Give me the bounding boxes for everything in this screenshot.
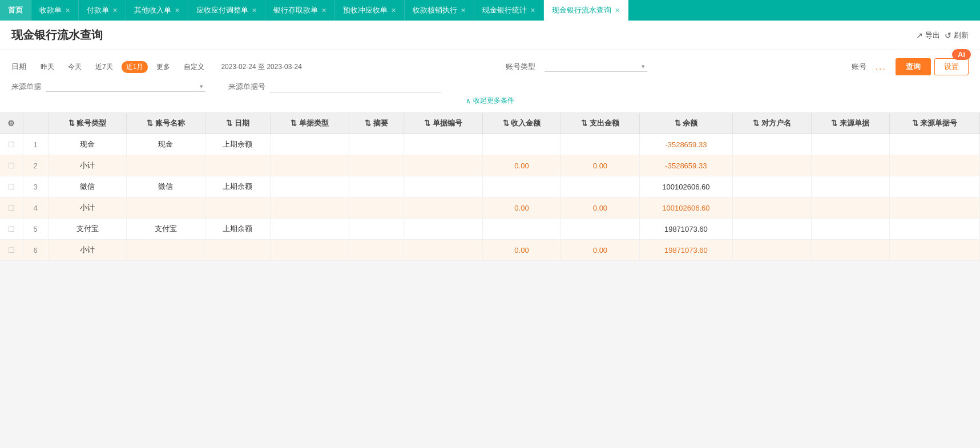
cell-account-type: 支付宝 — [48, 219, 126, 240]
collapse-row: ∧ 收起更多条件 — [11, 92, 969, 107]
cell-expense — [561, 134, 639, 155]
col-doc-type[interactable]: ⇅ 单据类型 — [271, 113, 349, 134]
account-type-select[interactable]: ▾ — [545, 62, 647, 72]
cell-source-doc-no — [889, 240, 979, 261]
nav-home[interactable]: 首页 — [0, 0, 31, 21]
col-expense[interactable]: ⇅ 支出金额 — [561, 113, 639, 134]
date-option-自定义[interactable]: 自定义 — [179, 60, 209, 74]
collapse-button[interactable]: ∧ 收起更多条件 — [466, 96, 514, 106]
table-row: ☐ 2 小计 0.00 0.00 -3528659.33 — [0, 155, 980, 176]
row-number: 5 — [23, 219, 48, 240]
close-icon[interactable]: ✕ — [461, 7, 466, 14]
cell-expense: 0.00 — [561, 155, 639, 176]
cell-account-type: 微信 — [48, 176, 126, 197]
cell-account-type: 小计 — [48, 155, 126, 176]
source-doc-no-input[interactable] — [270, 81, 441, 92]
close-icon[interactable]: ✕ — [252, 7, 257, 14]
col-source-doc-no-label: ⇅ 来源单据号 — [912, 119, 958, 127]
nav-tab-预收冲应收单[interactable]: 预收冲应收单✕ — [335, 0, 405, 21]
col-account-name[interactable]: ⇅ 账号名称 — [127, 113, 205, 134]
export-label: 导出 — [925, 30, 940, 41]
date-option-近1月[interactable]: 近1月 — [122, 61, 148, 73]
nav-tab-收款单[interactable]: 收款单✕ — [31, 0, 79, 21]
cell-date: 上期余额 — [205, 176, 271, 197]
export-button[interactable]: ↗ 导出 — [916, 30, 940, 41]
nav-tab-付款单[interactable]: 付款单✕ — [79, 0, 126, 21]
close-icon[interactable]: ✕ — [391, 7, 396, 14]
nav-tab-现金银行流水查询[interactable]: 现金银行流水查询✕ — [544, 0, 628, 21]
col-source-doc[interactable]: ⇅ 来源单据 — [811, 113, 889, 134]
col-source-doc-label: ⇅ 来源单据 — [831, 119, 869, 127]
table-row: ☐ 4 小计 0.00 0.00 100102606.60 — [0, 197, 980, 219]
col-balance[interactable]: ⇅ 余额 — [639, 113, 732, 134]
col-date[interactable]: ⇅ 日期 — [205, 113, 271, 134]
col-counterpart-label: ⇅ 对方户名 — [753, 119, 791, 127]
topright-actions: ↗ 导出 ↺ 刷新 Ai — [916, 30, 969, 41]
row-checkbox[interactable]: ☐ — [0, 240, 23, 261]
cell-account-name: 支付宝 — [127, 219, 205, 240]
close-icon[interactable]: ✕ — [175, 7, 180, 14]
date-option-更多[interactable]: 更多 — [151, 60, 175, 74]
col-doc-no[interactable]: ⇅ 单据编号 — [404, 113, 482, 134]
row-number: 6 — [23, 240, 48, 261]
col-summary[interactable]: ⇅ 摘要 — [349, 113, 404, 134]
date-option-今天[interactable]: 今天 — [63, 60, 87, 74]
cell-counterpart — [733, 155, 811, 176]
query-button[interactable]: 查询 — [896, 58, 931, 75]
cell-source-doc — [811, 176, 889, 197]
cell-doc-no — [404, 219, 482, 240]
col-source-doc-no[interactable]: ⇅ 来源单据号 — [889, 113, 979, 134]
cell-source-doc-no — [889, 155, 979, 176]
ai-badge[interactable]: Ai — [952, 49, 971, 60]
cell-doc-type — [271, 219, 349, 240]
col-income[interactable]: ⇅ 收入金额 — [482, 113, 560, 134]
cell-account-name — [127, 240, 205, 261]
settings-col-header[interactable]: ⚙ — [0, 113, 23, 134]
close-icon[interactable]: ✕ — [530, 7, 535, 14]
table-row: ☐ 1 现金 现金 上期余额 -3528659.33 — [0, 134, 980, 155]
cell-summary — [349, 176, 404, 197]
nav-home-label: 首页 — [8, 5, 23, 15]
cell-account-type: 现金 — [48, 134, 126, 155]
nav-tab-收款核销执行[interactable]: 收款核销执行✕ — [405, 0, 474, 21]
date-label: 日期 — [11, 62, 26, 72]
close-icon[interactable]: ✕ — [65, 7, 70, 14]
gear-icon: ⚙ — [7, 119, 15, 128]
row-number: 4 — [23, 197, 48, 219]
settings-button[interactable]: 设置 — [934, 58, 969, 75]
cell-income — [482, 219, 560, 240]
cell-expense — [561, 176, 639, 197]
nav-tab-应收应付调整单[interactable]: 应收应付调整单✕ — [188, 0, 265, 21]
filter-area: 日期 昨天今天近7天近1月更多自定义 2023-02-24 至 2023-03-… — [0, 50, 980, 113]
col-account-type[interactable]: ⇅ 账号类型 — [48, 113, 126, 134]
row-checkbox[interactable]: ☐ — [0, 155, 23, 176]
cell-doc-no — [404, 197, 482, 219]
cell-counterpart — [733, 134, 811, 155]
close-icon[interactable]: ✕ — [321, 7, 326, 14]
close-icon[interactable]: ✕ — [615, 7, 620, 14]
cell-counterpart — [733, 240, 811, 261]
cell-account-name — [127, 155, 205, 176]
nav-tab-其他收入单[interactable]: 其他收入单✕ — [126, 0, 188, 21]
date-option-昨天[interactable]: 昨天 — [35, 60, 59, 74]
data-table: ⚙ ⇅ 账号类型 ⇅ 账号名称 ⇅ 日期 ⇅ 单据类型 ⇅ 摘要 ⇅ 单据编号 … — [0, 113, 980, 261]
row-checkbox[interactable]: ☐ — [0, 176, 23, 197]
date-option-近7天[interactable]: 近7天 — [90, 60, 118, 74]
cell-income — [482, 176, 560, 197]
account-type-label: 账号类型 — [506, 62, 535, 72]
refresh-button[interactable]: ↺ 刷新 — [945, 30, 969, 41]
cell-balance: 100102606.60 — [639, 176, 732, 197]
cell-date — [205, 197, 271, 219]
row-checkbox[interactable]: ☐ — [0, 134, 23, 155]
row-checkbox[interactable]: ☐ — [0, 219, 23, 240]
source-doc-select[interactable]: ▾ — [46, 82, 205, 92]
cell-summary — [349, 219, 404, 240]
col-counterpart[interactable]: ⇅ 对方户名 — [733, 113, 811, 134]
row-checkbox[interactable]: ☐ — [0, 197, 23, 219]
nav-tab-银行存取款单[interactable]: 银行存取款单✕ — [265, 0, 335, 21]
account-ellipsis-button[interactable]: ... — [876, 62, 886, 72]
nav-tab-现金银行统计[interactable]: 现金银行统计✕ — [474, 0, 544, 21]
export-icon: ↗ — [916, 31, 923, 40]
close-icon[interactable]: ✕ — [112, 7, 118, 14]
cell-source-doc-no — [889, 219, 979, 240]
